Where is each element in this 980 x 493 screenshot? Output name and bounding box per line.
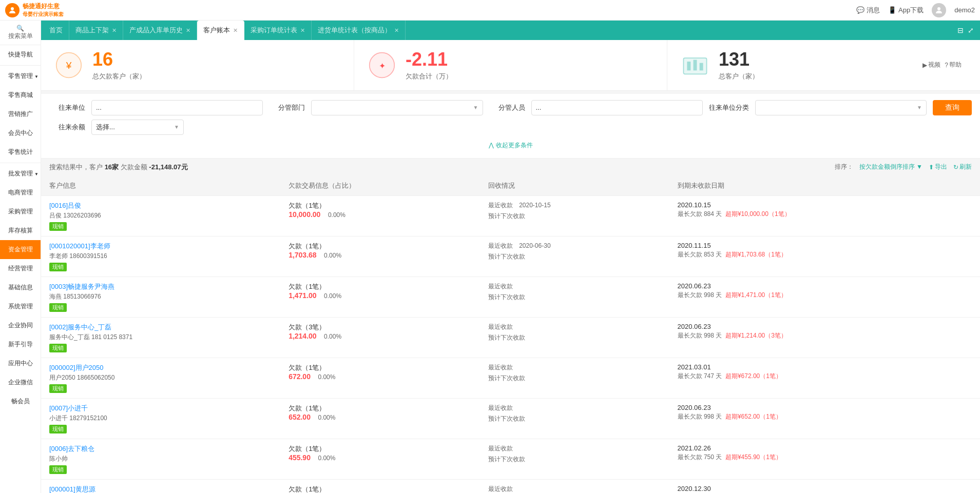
- col-recovery: 回收情况: [480, 176, 669, 196]
- result-bar: 搜索结果中，客户 16家 欠款金额 -21,148.07元 排序： 按欠款金额倒…: [41, 159, 980, 176]
- customer-name-1[interactable]: [0001020001]李老师: [49, 242, 272, 251]
- sidebar-item-corp-wx[interactable]: 企业微信: [0, 373, 41, 392]
- cell-due-5: 2020.06.23 最长欠款 998 天 超期¥652.00（1笔）: [669, 398, 980, 439]
- customer-name-0[interactable]: [0016]吕俊: [49, 201, 272, 210]
- tab-product-off-close[interactable]: ✕: [112, 27, 117, 34]
- customer-tag-4: 现销: [49, 384, 67, 393]
- tab-expand-icon[interactable]: ⊟: [957, 26, 964, 34]
- view-video-label: 视频: [928, 61, 940, 69]
- col-debt-info: 欠款交易信息（占比）: [280, 176, 480, 196]
- recovery-next-5: 预计下次收款: [488, 415, 661, 423]
- customer-name-6[interactable]: [0006]去下粮仓: [49, 444, 272, 453]
- svg-text:✦: ✦: [379, 62, 386, 70]
- customer-name-3[interactable]: [0002]服务中心_丁磊: [49, 323, 272, 332]
- recovery-next-4: 预计下次收款: [488, 374, 661, 383]
- sidebar-item-corp[interactable]: 企业协同: [0, 316, 41, 335]
- due-date-5: 2020.06.23: [678, 404, 972, 411]
- sidebar-item-newbie[interactable]: 新手引导: [0, 335, 41, 354]
- sidebar-item-batch-mgmt[interactable]: 批发管理: [0, 164, 41, 183]
- sidebar-item-basic-info[interactable]: 基础信息: [0, 278, 41, 297]
- cell-recovery-7: 最近收款 预计下次收款: [480, 479, 669, 493]
- recovery-last-2: 最近收款: [488, 282, 661, 291]
- overdue-link-6[interactable]: 超期¥455.90（1笔）: [725, 453, 782, 461]
- cell-customer-4: [000002]用户2050 用户2050 18665062050 现销: [41, 358, 280, 398]
- tab-bar-actions: ⊟ ⤢: [957, 26, 978, 34]
- tab-purchase-order-close[interactable]: ✕: [300, 27, 305, 34]
- due-max-0: 最长欠款 884 天 超期¥10,000.00（1笔）: [678, 210, 972, 219]
- sidebar-item-marketing[interactable]: 营销推广: [0, 105, 41, 124]
- sidebar-item-biz-mgmt[interactable]: 经营管理: [0, 259, 41, 278]
- svg-text:¥: ¥: [66, 60, 72, 71]
- tab-produce-history-close[interactable]: ✕: [186, 27, 190, 34]
- svg-rect-8: [694, 60, 697, 70]
- cell-recovery-2: 最近收款 预计下次收款: [480, 277, 669, 317]
- from-unit-input[interactable]: ...: [91, 100, 263, 115]
- sidebar-item-member[interactable]: 会员中心: [0, 124, 41, 143]
- tab-produce-history[interactable]: 产成品入库单历史 ✕: [123, 21, 197, 40]
- message-btn[interactable]: 💬 消息: [856, 6, 880, 15]
- tab-home[interactable]: 首页: [43, 21, 69, 40]
- refresh-label: 刷新: [959, 163, 972, 171]
- tab-product-off[interactable]: 商品上下架 ✕: [69, 21, 123, 40]
- sidebar-item-app-center[interactable]: 应用中心: [0, 354, 41, 373]
- customer-name-7[interactable]: [000001]黄思源: [49, 485, 272, 493]
- sidebar-item-retail-mall[interactable]: 零售商城: [0, 86, 41, 105]
- debt-pct-6: 0.00%: [318, 455, 335, 462]
- customer-name-4[interactable]: [000002]用户2050: [49, 363, 272, 372]
- tab-fullscreen-icon[interactable]: ⤢: [968, 26, 974, 34]
- unit-category-select[interactable]: ▼: [755, 100, 927, 115]
- search-menu[interactable]: 🔍 搜索菜单: [0, 21, 41, 45]
- overdue-link-3[interactable]: 超期¥1,214.00（3笔）: [725, 332, 787, 339]
- logo: 畅捷通好生意 母婴行业演示账套: [5, 2, 64, 18]
- customer-tag-3: 现销: [49, 344, 67, 352]
- help-btn[interactable]: ? 帮助: [945, 61, 962, 69]
- unit-category-arrow-icon: ▼: [917, 105, 922, 110]
- query-button[interactable]: 查询: [933, 100, 972, 115]
- col-customer-info: 客户信息: [41, 176, 280, 196]
- sort-select[interactable]: 按欠款金额倒序排序 ▼: [859, 163, 923, 171]
- sidebar-item-ecom[interactable]: 电商管理: [0, 183, 41, 202]
- cell-due-6: 2021.02.26 最长欠款 750 天 超期¥455.90（1笔）: [669, 439, 980, 479]
- tab-purchase-order[interactable]: 采购订单统计表 ✕: [244, 21, 312, 40]
- sidebar-item-finance[interactable]: 资金管理: [0, 240, 41, 259]
- tab-incoming-stats-close[interactable]: ✕: [394, 27, 399, 34]
- sidebar-item-quick-nav[interactable]: 快捷导航: [0, 45, 41, 64]
- balance-select[interactable]: 选择... ▼: [91, 120, 184, 135]
- sidebar-item-sys-mgmt[interactable]: 系统管理: [0, 297, 41, 316]
- sidebar-item-stock[interactable]: 库存核算: [0, 221, 41, 240]
- customer-name-2[interactable]: [0003]畅捷服务尹海燕: [49, 282, 272, 291]
- due-max-3: 最长欠款 998 天 超期¥1,214.00（3笔）: [678, 331, 972, 340]
- view-video-btn[interactable]: ▶ 视频: [923, 61, 940, 69]
- sidebar-item-retail-mgmt[interactable]: 零售管理: [0, 67, 41, 86]
- app-download-label: App下载: [898, 6, 924, 15]
- table-row: [0003]畅捷服务尹海燕 海燕 18513066976 现销 欠款（1笔） 1…: [41, 277, 980, 317]
- export-btn[interactable]: ⬆ 导出: [929, 163, 947, 171]
- overdue-link-4[interactable]: 超期¥672.00（1笔）: [725, 372, 782, 380]
- cell-recovery-3: 最近收款 预计下次收款: [480, 317, 669, 358]
- collapse-button[interactable]: ⋀ 收起更多条件: [489, 141, 533, 150]
- tab-incoming-stats[interactable]: 进货单统计表（按商品） ✕: [312, 21, 406, 40]
- avatar[interactable]: [932, 3, 946, 17]
- overdue-link-0[interactable]: 超期¥10,000.00（1笔）: [725, 210, 791, 218]
- sidebar-item-purchase[interactable]: 采购管理: [0, 202, 41, 221]
- sidebar-item-retail-stats[interactable]: 零售统计: [0, 143, 41, 162]
- customer-name-5[interactable]: [0007]小进千: [49, 404, 272, 413]
- app-download-btn[interactable]: 📱 App下载: [888, 6, 924, 15]
- overdue-link-2[interactable]: 超期¥1,471.00（1笔）: [725, 291, 787, 299]
- person-input[interactable]: ...: [531, 100, 703, 115]
- cell-due-7: 2020.12.30 最长欠款 808 天 超期¥429.00（1笔）: [669, 479, 980, 493]
- debt-amount-2: 1,471.00: [289, 291, 317, 300]
- sidebar-item-member2[interactable]: 畅会员: [0, 392, 41, 411]
- recovery-next-3: 预计下次收款: [488, 333, 661, 342]
- refresh-btn[interactable]: ↻ 刷新: [953, 163, 972, 171]
- overdue-link-1[interactable]: 超期¥1,703.68（1笔）: [725, 251, 787, 258]
- overdue-link-5[interactable]: 超期¥652.00（1笔）: [725, 413, 782, 420]
- search-icon: 🔍: [16, 25, 24, 32]
- stat-info-3: 131 总客户（家）: [719, 49, 908, 81]
- from-unit-label: 往来单位: [49, 103, 85, 112]
- tab-customer-account[interactable]: 客户账本 ✕: [197, 21, 244, 40]
- top-bar: 畅捷通好生意 母婴行业演示账套 💬 消息 📱 App下载 demo2: [0, 0, 980, 21]
- filter-area: 往来单位 ... 分管部门 ▼ 分管人员 ... 往来单位: [41, 94, 980, 159]
- dept-select[interactable]: ▼: [311, 100, 483, 115]
- tab-customer-account-close[interactable]: ✕: [233, 27, 238, 34]
